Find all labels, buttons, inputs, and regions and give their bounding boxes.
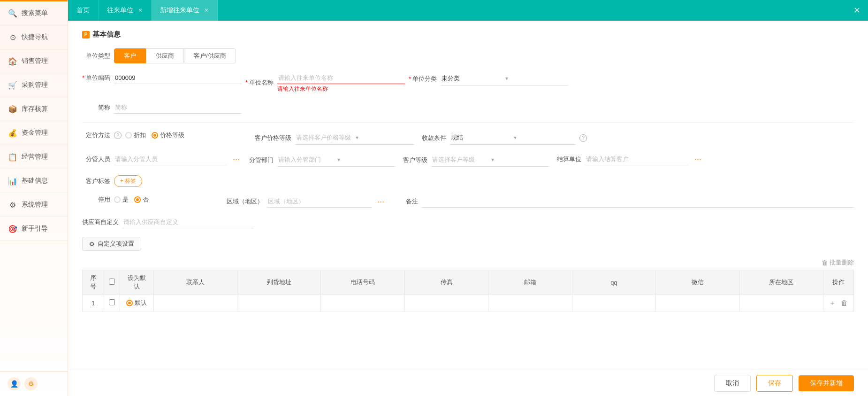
radio-discount-circle [125,132,132,139]
row-region-input[interactable] [745,300,818,307]
save-button[interactable]: 保存 [756,375,793,392]
short-name-label: 简称 [82,103,110,112]
payment-terms-select[interactable]: 现结 ▾ [450,131,576,145]
dept-select[interactable]: 请输入分管部门 ▾ [277,153,396,167]
unit-code-label: 单位编码 [82,74,110,82]
sidebar-item-purchase[interactable]: 🛒 采购管理 [0,73,68,97]
region-input[interactable] [267,195,372,208]
type-btn-customer[interactable]: 客户 [114,48,146,63]
sidebar-item-basic[interactable]: 📊 基础信息 [0,169,68,193]
manager-more-btn[interactable]: ··· [231,155,242,164]
type-btn-supplier[interactable]: 供应商 [146,48,184,63]
sidebar-item-quicknav[interactable]: ⊙ 快捷导航 [0,25,68,49]
row-index: 1 [83,295,104,311]
select-all-checkbox[interactable] [109,279,115,285]
radio-discount-label: 折扣 [134,131,146,140]
save-new-button[interactable]: 保存并新增 [799,375,854,391]
row-contact[interactable] [153,295,237,311]
delete-row-icon[interactable]: 🗑 [840,299,849,307]
row-checkbox [104,295,120,311]
sidebar-item-sales[interactable]: 🏠 销售管理 [0,49,68,73]
radio-yes[interactable]: 是 [114,195,129,204]
sidebar-item-search[interactable]: 🔍 搜索菜单 [0,1,68,25]
manager-label: 分管人员 [82,155,110,163]
row-qq[interactable] [572,295,656,311]
col-fax: 传真 [404,270,488,295]
col-checkbox [104,270,120,295]
tab-new-partner-close[interactable]: ✕ [204,7,209,14]
row-default-label: 默认 [135,299,147,307]
row-fax-input[interactable] [410,300,483,307]
radio-no[interactable]: 否 [134,195,149,204]
cancel-button[interactable]: 取消 [714,375,751,392]
unit-category-field: 单位分类 未分类 ▾ [409,72,568,85]
col-phone: 电话号码 [321,270,404,295]
sidebar-item-finance[interactable]: 💰 资金管理 [0,121,68,145]
unit-code-input[interactable] [114,72,242,84]
remarks-label: 备注 [390,197,418,206]
radio-grade[interactable]: 价格等级 [152,131,184,140]
supplier-custom-input[interactable] [122,216,254,228]
row-email-input[interactable] [493,300,567,307]
sidebar-item-system[interactable]: ⚙ 系统管理 [0,193,68,217]
type-btn-both[interactable]: 客户/供应商 [184,48,236,63]
customer-level-select[interactable]: 请选择客户等级 ▾ [431,153,549,167]
settlement-input[interactable] [585,153,689,165]
sidebar-item-inventory[interactable]: 📦 库存核算 [0,97,68,121]
settlement-label: 结算单位 [553,155,581,163]
payment-help-icon[interactable]: ? [579,134,587,142]
tab-home[interactable]: 首页 [68,0,99,21]
sidebar-item-label: 库存核算 [22,105,48,113]
row-default-radio[interactable]: 默认 [125,299,149,307]
manager-input[interactable] [114,153,227,165]
row-qq-input[interactable] [577,300,651,307]
unit-name-input[interactable] [277,72,405,84]
tab-bar-close-btn[interactable]: ✕ [846,5,868,16]
tab-partners-close[interactable]: ✕ [138,7,143,14]
row-address-input[interactable] [242,300,316,307]
radio-discount[interactable]: 折扣 [125,131,146,140]
customer-price-select[interactable]: 请选择客户价格等级 ▾ [295,131,414,145]
row-address[interactable] [237,295,321,311]
settlement-more-btn[interactable]: ··· [693,155,703,164]
unit-name-field: 单位名称 请输入往来单位名称 [245,72,405,93]
unit-category-select[interactable]: 未分类 ▾ [441,72,568,85]
row-email[interactable] [488,295,572,311]
contact-table: 序号 设为默认 联系人 到货地址 电话号码 传真 邮箱 qq 微信 所在地区 操… [82,270,854,311]
custom-settings-button[interactable]: ⚙ 自定义项设置 [82,237,141,251]
sidebar-item-operation[interactable]: 📋 经营管理 [0,145,68,169]
region-more-btn[interactable]: ··· [375,197,386,207]
row-phone[interactable] [321,295,404,311]
row-action-icons: + 🗑 [828,299,849,307]
unit-name-input-box: 请输入往来单位名称 [277,72,405,93]
radio-grade-circle [152,132,158,139]
disable-region-row: 停用 是 否 区域（地区） ··· [82,195,854,208]
row-phone-input[interactable] [326,300,399,307]
row-region[interactable] [739,295,823,311]
tab-bar: 首页 往来单位 ✕ 新增往来单位 ✕ ✕ [68,0,868,21]
operation-icon: 📋 [8,152,18,162]
tab-new-partner[interactable]: 新增往来单位 ✕ [152,0,218,21]
add-tag-btn[interactable]: + 标签 [114,175,142,187]
tab-partners[interactable]: 往来单位 ✕ [99,0,152,21]
unit-category-label: 单位分类 [409,75,437,83]
col-action: 操作 [823,270,853,295]
short-name-input[interactable] [114,101,242,114]
pricing-help-icon[interactable]: ? [114,132,122,139]
payment-terms-field: 收款条件 现结 ▾ ? [418,131,587,145]
section-icon: P [82,31,90,39]
row-contact-input[interactable] [159,300,232,307]
batch-delete-btn[interactable]: 🗑 批量删除 [822,258,854,267]
table-toolbar: 🗑 批量删除 [82,258,854,267]
row-checkbox-input[interactable] [109,299,115,305]
dept-placeholder: 请输入分管部门 [278,155,335,164]
sidebar-item-guide[interactable]: 🎯 新手引导 [0,217,68,241]
row-fax[interactable] [404,295,488,311]
unit-category-value: 未分类 [442,74,503,83]
add-row-icon[interactable]: + [828,299,837,307]
row-wechat[interactable] [656,295,739,311]
row-wechat-input[interactable] [661,300,734,307]
form-content: P 基本信息 单位类型 客户 供应商 客户/供应商 单位编码 [68,21,868,370]
col-default: 设为默认 [120,270,154,295]
remarks-input[interactable] [422,195,854,208]
